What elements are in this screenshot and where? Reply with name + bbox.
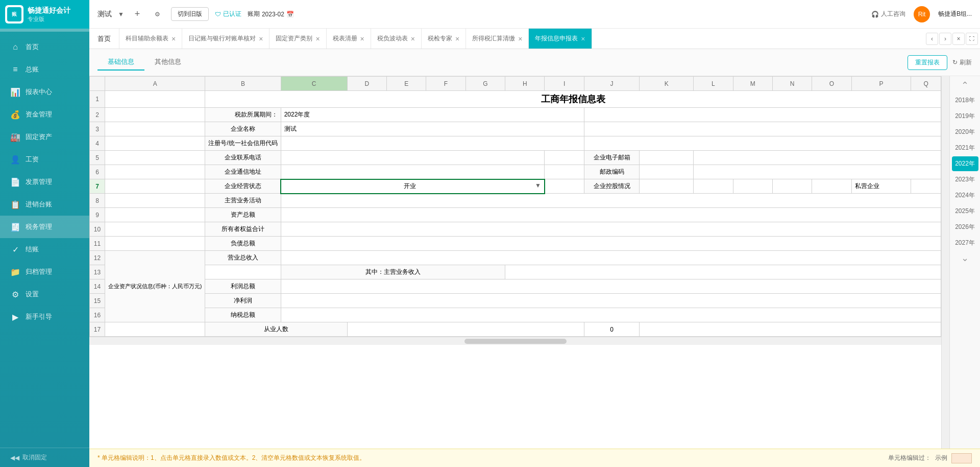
tab-close-btn[interactable]: × [455,35,459,43]
tab-fixed-assets-cat[interactable]: 固定资产类别 × [270,29,326,49]
year-scroll-up-btn[interactable]: ⌃ [957,78,973,92]
settings-btn[interactable]: ⚙ [151,7,165,21]
cell-17-J[interactable]: 0 [584,322,640,337]
sheet-main[interactable]: A B C D E F G H I J [89,76,941,449]
sheet-tab-basic[interactable]: 基础信息 [97,54,144,71]
cell-11-C[interactable] [281,237,941,251]
sidebar-item-settings[interactable]: ⚙ 设置 [0,283,89,306]
cell-5-A[interactable] [105,151,205,165]
cell-13-H[interactable] [505,265,941,279]
year-scroll-down-btn[interactable]: ⌄ [957,251,973,265]
tab-income-tax[interactable]: 所得税汇算清缴 × [466,29,529,49]
tab-annual-report[interactable]: 年报信息申报表 × [529,29,592,49]
year-item-2023[interactable]: 2023年 [952,172,978,187]
cell-17-K[interactable] [640,322,941,337]
cell-7-Q[interactable] [911,179,941,194]
reset-report-btn[interactable]: 重置报表 [908,55,947,70]
vertical-scrollbar[interactable] [941,76,949,449]
sidebar-item-tax[interactable]: 🧾 税务管理 [0,216,89,238]
tab-tax-forms[interactable]: 税表清册 × [327,29,371,49]
cell-6-A[interactable] [105,165,205,179]
cell-9-A[interactable] [105,208,205,222]
col-header-Q[interactable]: Q [911,77,941,91]
horizontal-scrollbar[interactable] [89,337,941,345]
col-header-A[interactable]: A [105,77,205,91]
year-item-2025[interactable]: 2025年 [952,204,978,219]
cell-7-N[interactable] [772,179,812,194]
tab-tax-fluctuation[interactable]: 税负波动表 × [371,29,422,49]
cell-17-D[interactable] [347,322,584,337]
col-header-F[interactable]: F [426,77,465,91]
tab-journal-bank[interactable]: 日记账与银行对账单核对 × [182,29,270,49]
tab-fullscreen-btn[interactable]: ⛶ [966,33,978,45]
sheet-tab-other[interactable]: 其他信息 [144,54,191,71]
cell-13-B[interactable] [205,265,281,279]
cell-14-C[interactable] [281,279,941,294]
cell-15-C[interactable] [281,294,941,308]
sidebar-item-close[interactable]: ✓ 结账 [0,238,89,261]
cell-1-A[interactable] [105,91,205,108]
year-item-2022[interactable]: 2022年 [952,156,978,171]
cell-16-C[interactable] [281,308,941,322]
sidebar-item-payroll[interactable]: 👤 工资 [0,148,89,171]
sidebar-item-inventory[interactable]: 📋 进销台账 [0,193,89,216]
cell-12-C[interactable] [281,251,941,265]
cell-7-L[interactable] [694,179,733,194]
col-header-N[interactable]: N [772,77,812,91]
sidebar-item-assets[interactable]: 🏭 固定资产 [0,126,89,148]
cell-4-C[interactable] [281,136,584,151]
tab-scroll-left-btn[interactable]: ‹ [926,33,938,45]
cell-7-I[interactable] [545,179,584,194]
year-item-2027[interactable]: 2027年 [952,236,978,250]
col-header-D[interactable]: D [347,77,386,91]
cell-7-A[interactable] [105,179,205,194]
cell-8-A[interactable] [105,194,205,208]
cell-3-A[interactable] [105,122,205,136]
col-header-B[interactable]: B [205,77,281,91]
cell-5-K[interactable] [640,151,694,165]
consult-btn[interactable]: 🎧 人工咨询 [871,10,905,18]
cell-2-J[interactable] [584,108,941,122]
cell-6-L[interactable] [694,165,941,179]
col-header-M[interactable]: M [733,77,772,91]
sidebar-item-guide[interactable]: ▶ 新手引导 [0,306,89,328]
cell-3-J[interactable] [584,122,941,136]
col-header-L[interactable]: L [694,77,733,91]
tab-close-btn[interactable]: × [172,35,176,43]
cell-5-L[interactable] [694,151,941,165]
year-item-2019[interactable]: 2019年 [952,109,978,124]
cell-7-K[interactable] [640,179,694,194]
cell-7-M[interactable] [733,179,772,194]
col-header-E[interactable]: E [387,77,426,91]
cell-5-C[interactable] [281,151,545,165]
cell-2-A[interactable] [105,108,205,122]
scroll-thumb[interactable] [464,339,567,344]
cell-8-C[interactable] [281,194,941,208]
tab-close-active-btn[interactable]: × [581,35,585,43]
year-item-2021[interactable]: 2021年 [952,141,978,155]
cell-17-A[interactable] [105,322,205,337]
sidebar-item-invoice[interactable]: 📄 发票管理 [0,171,89,193]
tab-close-btn[interactable]: × [360,35,364,43]
unpin-sidebar-btn[interactable]: ◀◀ 取消固定 [0,448,89,467]
year-item-2018[interactable]: 2018年 [952,93,978,108]
cell-11-A[interactable] [105,237,205,251]
cell-5-I[interactable] [545,151,584,165]
col-header-I[interactable]: I [545,77,584,91]
tab-close-all-btn[interactable]: × [952,33,965,45]
col-header-G[interactable]: G [465,77,505,91]
refresh-btn[interactable]: ↻ 刷新 [952,58,972,67]
tab-close-btn[interactable]: × [411,35,415,43]
cell-7-O[interactable] [812,179,851,194]
switch-old-version-btn[interactable]: 切到旧版 [171,7,209,21]
sidebar-item-archive[interactable]: 📁 归档管理 [0,261,89,283]
cell-7-P[interactable]: 私营企业 [851,179,911,194]
cell-7-C-dropdown[interactable]: 开业 ▼ [281,179,545,194]
cell-3-C[interactable]: 测试 [281,122,584,136]
col-header-P[interactable]: P [851,77,911,91]
sidebar-item-ledger[interactable]: ≡ 总账 [0,58,89,81]
cell-6-K[interactable] [640,165,694,179]
cell-6-I[interactable] [545,165,584,179]
year-item-2026[interactable]: 2026年 [952,220,978,235]
cell-10-C[interactable] [281,222,941,237]
